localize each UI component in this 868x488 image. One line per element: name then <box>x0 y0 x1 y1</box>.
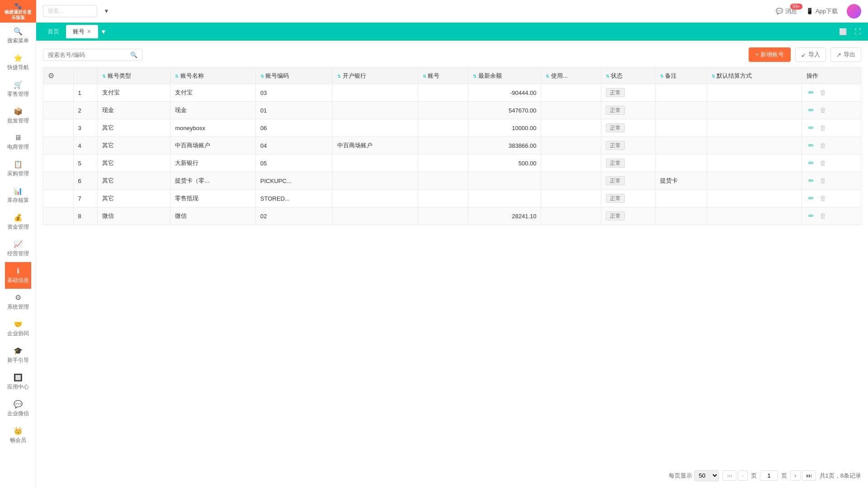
sidebar-item-retail-mgmt[interactable]: 🛒零售管理 <box>5 76 31 103</box>
sidebar-item-ecommerce-mgmt[interactable]: 🖥电商管理 <box>5 129 31 155</box>
settings-icon[interactable]: ⚙ <box>48 72 54 80</box>
delete-btn-3[interactable]: 🗑 <box>818 141 828 150</box>
export-icon: ↗ <box>836 52 841 58</box>
sort-arrows-no: ⇅ <box>423 74 426 79</box>
delete-btn-5[interactable]: 🗑 <box>818 176 828 185</box>
delete-btn-4[interactable]: 🗑 <box>818 158 828 168</box>
tab-home[interactable]: 首页 <box>41 25 66 38</box>
add-account-button[interactable]: + 新增账号 <box>749 47 791 62</box>
row-remark-6 <box>655 190 707 207</box>
delete-btn-1[interactable]: 🗑 <box>818 105 828 115</box>
table-row: 6 其它 提货卡（零... PICKUPC... 正常 提货卡 ✏ 🗑 <box>43 172 861 190</box>
first-page-btn[interactable]: ⏮ <box>722 470 736 481</box>
row-code-4: 05 <box>255 155 333 172</box>
message-btn[interactable]: 💬 消息 99+ <box>776 7 797 15</box>
col-account-type[interactable]: ⇅ 账号类型 <box>98 68 170 84</box>
sidebar-item-vip-member[interactable]: 👑畅会员 <box>5 422 31 449</box>
sidebar-item-quick-nav[interactable]: ⭐快捷导航 <box>5 49 31 76</box>
sidebar-item-new-guide[interactable]: 🎓新手引导 <box>5 342 31 369</box>
col-status[interactable]: ⇅ 状态 <box>601 68 655 84</box>
row-settings-0 <box>43 84 74 102</box>
sidebar-item-enterprise-agreement[interactable]: 🤝企业协同 <box>5 315 31 342</box>
per-page-label: 每页显示 <box>669 472 692 480</box>
row-account-no-7 <box>418 207 468 225</box>
col-account-code[interactable]: ⇅ 账号编码 <box>255 68 333 84</box>
row-name-6: 零售抵现 <box>170 190 255 207</box>
row-bank-2 <box>333 119 418 137</box>
edit-btn-2[interactable]: ✏ <box>807 123 816 133</box>
last-page-btn[interactable]: ⏭ <box>802 470 816 481</box>
sidebar-item-inventory-calc[interactable]: 📊库存核算 <box>5 182 31 209</box>
sidebar-item-purchase-mgmt[interactable]: 📋采购管理 <box>5 155 31 182</box>
sort-arrows-type: ⇅ <box>102 74 106 79</box>
next-page-btn[interactable]: › <box>790 470 800 481</box>
row-actions-3: ✏ 🗑 <box>802 137 861 155</box>
col-account-no[interactable]: ⇅ 账号 <box>418 68 468 84</box>
restore-icon[interactable]: ⬜ <box>836 27 849 36</box>
header-dropdown[interactable]: ▼ <box>102 8 109 14</box>
tab-expand-icon[interactable]: ▼ <box>100 28 107 35</box>
edit-btn-3[interactable]: ✏ <box>807 141 816 150</box>
sidebar-item-finance-mgmt[interactable]: 💰资金管理 <box>5 209 31 235</box>
edit-btn-7[interactable]: ✏ <box>807 211 816 221</box>
row-usage-5 <box>541 172 601 190</box>
col-settlement[interactable]: ⇅ 默认结算方式 <box>707 68 802 84</box>
sidebar-label-ops-mgmt: 经营管理 <box>7 250 29 257</box>
sidebar-item-basic-info[interactable]: ℹ基础信息 <box>5 262 31 289</box>
tab-close-icon[interactable]: ✕ <box>87 28 91 35</box>
page-input[interactable] <box>760 470 778 481</box>
prev-page-btn[interactable]: ‹ <box>738 470 748 481</box>
per-page-select[interactable]: 50 100 200 <box>694 470 719 481</box>
chevron-down-icon: ▼ <box>104 8 109 14</box>
col-balance[interactable]: ⇅ 最新余额 <box>468 68 541 84</box>
row-settings-4 <box>43 155 74 172</box>
delete-btn-7[interactable]: 🗑 <box>818 211 828 221</box>
edit-btn-5[interactable]: ✏ <box>807 176 816 186</box>
col-remark[interactable]: ⇅ 备注 <box>655 68 707 84</box>
row-balance-2: 10000.00 <box>468 119 541 137</box>
sidebar-label-enterprise-wechat: 企业微信 <box>7 410 29 417</box>
row-remark-7 <box>655 207 707 225</box>
row-num-5: 6 <box>73 172 98 190</box>
row-type-4: 其它 <box>98 155 170 172</box>
search-box[interactable]: 🔍 <box>43 49 142 61</box>
window-controls: ⬜ ⛶ <box>836 27 863 36</box>
col-settings[interactable]: ⚙ <box>43 68 74 84</box>
col-account-name[interactable]: ⇅ 账号名称 <box>170 68 255 84</box>
row-actions-2: ✏ 🗑 <box>802 119 861 137</box>
edit-btn-4[interactable]: ✏ <box>807 158 816 168</box>
col-bank[interactable]: ⇅ 开户银行 <box>333 68 418 84</box>
sidebar-label-purchase-mgmt: 采购管理 <box>7 170 29 177</box>
enterprise-agreement-icon: 🤝 <box>7 320 29 328</box>
row-bank-6 <box>333 190 418 207</box>
row-type-1: 现金 <box>98 102 170 119</box>
delete-btn-0[interactable]: 🗑 <box>818 88 828 97</box>
sidebar-label-wholesale-mgmt: 批发管理 <box>7 117 29 124</box>
sidebar-item-sys-mgmt[interactable]: ⚙系统管理 <box>5 289 31 315</box>
edit-btn-0[interactable]: ✏ <box>807 88 816 98</box>
export-button[interactable]: ↗ 导出 <box>830 47 861 62</box>
app-download-btn[interactable]: 📱 App下载 <box>806 7 838 15</box>
col-usage[interactable]: ⇅ 使用... <box>541 68 601 84</box>
user-avatar[interactable] <box>847 4 861 19</box>
message-badge: 99+ <box>790 4 802 9</box>
edit-btn-6[interactable]: ✏ <box>807 193 816 203</box>
maximize-icon[interactable]: ⛶ <box>852 27 863 36</box>
sidebar-label-basic-info: 基础信息 <box>7 277 29 283</box>
page-content: 🔍 + 新增账号 ↙ 导入 ↗ 导出 ⚙ <box>36 41 868 488</box>
row-status-0: 正常 <box>601 84 655 102</box>
import-button[interactable]: ↙ 导入 <box>795 47 826 62</box>
delete-btn-6[interactable]: 🗑 <box>818 193 828 203</box>
sidebar-item-ops-mgmt[interactable]: 📈经营管理 <box>5 235 31 262</box>
sidebar-item-enterprise-wechat[interactable]: 💬企业微信 <box>5 395 31 422</box>
tab-accounts[interactable]: 账号 ✕ <box>66 25 98 38</box>
delete-btn-2[interactable]: 🗑 <box>818 123 828 132</box>
row-remark-0 <box>655 84 707 102</box>
sidebar-item-wholesale-mgmt[interactable]: 📦批发管理 <box>5 103 31 129</box>
row-actions-5: ✏ 🗑 <box>802 172 861 190</box>
search-input[interactable] <box>48 52 128 58</box>
edit-btn-1[interactable]: ✏ <box>807 105 816 115</box>
row-name-4: 大新银行 <box>170 155 255 172</box>
sidebar-item-app-center[interactable]: 🔲应用中心 <box>5 369 31 395</box>
sidebar-item-search-menu[interactable]: 🔍搜索菜单 <box>5 23 31 49</box>
